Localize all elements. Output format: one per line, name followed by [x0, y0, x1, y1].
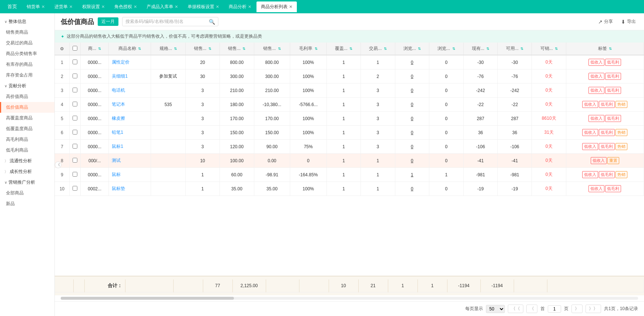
nav-permission[interactable]: 权限设置✕ [78, 1, 109, 12]
row-number: 1 [55, 55, 70, 69]
product-name[interactable]: 电话机 [109, 84, 151, 98]
tag-badge: 低收入 [588, 185, 604, 192]
row-checkbox[interactable] [73, 158, 77, 163]
browse-a[interactable]: 0 [395, 55, 429, 69]
sidebar-item-high-value[interactable]: 高价值商品 [0, 91, 54, 102]
product-name[interactable]: 笔记本 [109, 98, 151, 112]
product-name[interactable]: 属性定价 [109, 55, 151, 69]
col-name: 商品名称 ⇅ [109, 43, 151, 55]
nav-product-analysis-list[interactable]: 商品分析列表✕ [256, 1, 297, 12]
tag-badge: 热销 [616, 171, 627, 178]
product-code: 0000... [81, 55, 109, 69]
nav-role[interactable]: 角色授权✕ [110, 1, 141, 12]
col-available: 可用... ⇅ [498, 43, 532, 55]
available: -19 [498, 182, 532, 196]
browse-a[interactable]: 0 [395, 98, 429, 112]
sidebar-group-flow[interactable]: 〉 流通性分析 [0, 156, 54, 166]
sidebar-group-growth[interactable]: 〉 成长性分析 [0, 166, 54, 177]
col-saleable: 可销... ⇅ [532, 43, 566, 55]
scrollbar-area [55, 295, 644, 301]
table-row: 3 0000... 电话机 3 210.00 210.00 100% 1 3 0… [55, 84, 644, 98]
product-name[interactable]: 鼠标垫 [109, 182, 151, 196]
row-checkbox[interactable] [73, 172, 77, 177]
first-page-btn[interactable]: 〈〈 [508, 305, 523, 313]
product-name[interactable]: 铅笔1 [109, 126, 151, 140]
row-checkbox[interactable] [73, 186, 77, 191]
sidebar-item-stock-products[interactable]: 有库存的商品 [0, 59, 54, 70]
sidebar-item-all-products[interactable]: 全部商品 [0, 188, 54, 198]
select-all-checkbox[interactable] [73, 46, 77, 51]
sidebar-item-traded[interactable]: 交易过的商品 [0, 38, 54, 48]
product-name[interactable]: 鼠标 [109, 168, 151, 182]
col-settings[interactable]: ⚙ [55, 43, 70, 55]
sidebar-group-marketing[interactable]: ∨ 营销推广分析 [0, 177, 54, 188]
sale-price: 0.00 [254, 154, 290, 168]
sidebar-item-low-coverage[interactable]: 低覆盖度商品 [0, 123, 54, 134]
browse-a[interactable]: 0 [395, 112, 429, 126]
page-size-select[interactable]: 50 100 200 [486, 305, 505, 313]
current-stock: -981 [463, 168, 497, 182]
browse-a[interactable]: 0 [395, 140, 429, 154]
browse-a[interactable]: 0 [395, 182, 429, 196]
nav-home[interactable]: 首页 [3, 1, 21, 12]
col-checkbox[interactable] [70, 43, 81, 55]
header-actions: ↗ 分享 ⬇ 导出 [596, 17, 638, 26]
scroll-track[interactable] [61, 297, 638, 300]
product-name[interactable]: 橡皮擦 [109, 112, 151, 126]
sale-days: 0天 [532, 98, 566, 112]
browse-a[interactable]: 1 [395, 168, 429, 182]
browse-a[interactable]: 0 [395, 69, 429, 84]
sidebar-item-category-sales[interactable]: 商品分类销售率 [0, 48, 54, 59]
sidebar-item-high-coverage[interactable]: 高覆盖度商品 [0, 113, 54, 123]
nav-product-in[interactable]: 产成品入库单✕ [142, 1, 182, 12]
row-checkbox[interactable] [73, 130, 77, 135]
sidebar-item-stock-capital[interactable]: 库存资金占用 [0, 70, 54, 81]
sidebar-group-contribution[interactable]: ∨ 贡献分析 [0, 81, 54, 91]
sidebar-collapse-btn[interactable]: 《 [55, 162, 61, 168]
page-size-label: 每页显示 [465, 306, 483, 312]
page-input[interactable] [548, 305, 561, 313]
row-checkbox[interactable] [73, 102, 77, 106]
nav-sales[interactable]: 销货单✕ [22, 1, 49, 12]
row-checkbox[interactable] [73, 74, 77, 78]
browse-a[interactable]: 0 [395, 84, 429, 98]
tag-badge: 低毛利 [599, 171, 615, 178]
product-name[interactable]: 吴细细1 [109, 69, 151, 84]
nav-purchase[interactable]: 进货单✕ [50, 1, 77, 12]
browse-a[interactable]: 0 [395, 154, 429, 168]
row-checkbox[interactable] [73, 144, 77, 149]
pagination-bar: 每页显示 50 100 200 〈〈 〈 首 页 〉 〉〉 共1页，10条记录 [55, 301, 644, 316]
sidebar-item-low-margin[interactable]: 低毛利商品 [0, 145, 54, 156]
gross-rate: 100% [290, 126, 327, 140]
filter-btn[interactable]: 近一月 [98, 17, 118, 26]
last-page-btn[interactable]: 〉〉 [586, 305, 601, 313]
nav-product-analysis[interactable]: 商品分析✕ [224, 1, 256, 12]
row-checkbox[interactable] [73, 88, 77, 92]
row-checkbox[interactable] [73, 116, 77, 120]
row-number: 6 [55, 126, 70, 140]
table-row: 6 0000... 铅笔1 3 150.00 150.00 100% 1 3 0… [55, 126, 644, 140]
sidebar-item-new-products[interactable]: 新品 [0, 198, 54, 209]
share-btn[interactable]: ↗ 分享 [596, 17, 615, 26]
next-page-btn[interactable]: 〉 [571, 305, 583, 313]
tags-cell: 低收入低毛利 [566, 55, 644, 69]
gross-rate: 100% [290, 84, 327, 98]
sale-qty: 3 [185, 98, 219, 112]
sidebar-item-sales-products[interactable]: 销售类商品 [0, 27, 54, 38]
sale-amt: 120.00 [220, 140, 254, 154]
sale-days: 8610天 [532, 112, 566, 126]
sidebar-item-high-margin[interactable]: 高毛利商品 [0, 134, 54, 145]
export-btn[interactable]: ⬇ 导出 [619, 17, 638, 26]
browse-a[interactable]: 0 [395, 126, 429, 140]
total-available: -1194 [480, 279, 514, 292]
sidebar-group-overall[interactable]: ∨ 整体信息 [0, 16, 54, 27]
sale-qty: 1 [185, 182, 219, 196]
product-name[interactable]: 鼠标1 [109, 140, 151, 154]
row-checkbox[interactable] [73, 60, 77, 64]
product-name[interactable]: 测试 [109, 154, 151, 168]
sidebar-item-low-value[interactable]: 低价值商品 [0, 102, 54, 113]
prev-page-btn[interactable]: 〈 [526, 305, 537, 313]
nav-template[interactable]: 单据模板设置✕ [183, 1, 224, 12]
search-box[interactable]: 搜索条码/编码/名称/规格/别名 🔍 [122, 17, 218, 26]
product-spec [151, 84, 185, 98]
